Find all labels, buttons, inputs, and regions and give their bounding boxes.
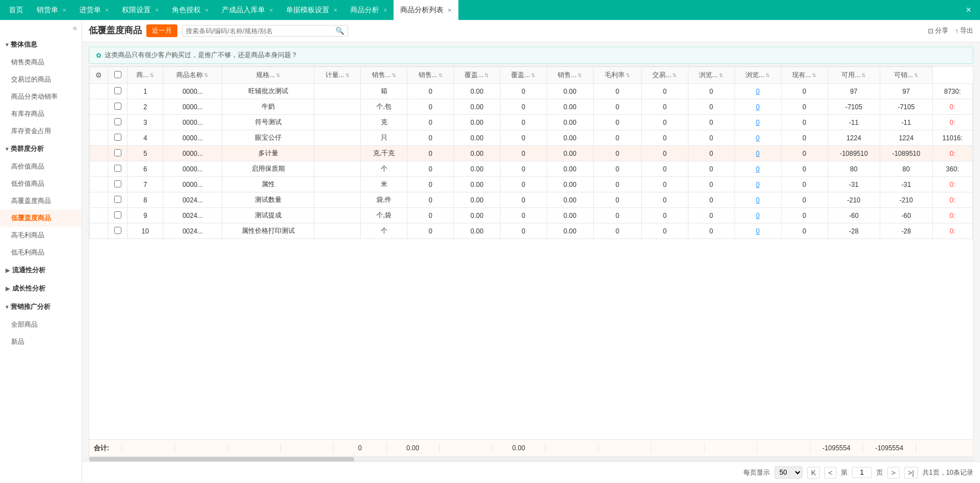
col-header-browse2[interactable]: 浏览...⇅ bbox=[734, 67, 781, 84]
col-header-gross-margin[interactable]: 毛利率⇅ bbox=[593, 67, 641, 84]
nav-goods-analysis-list-close[interactable]: × bbox=[448, 7, 451, 13]
nav-role[interactable]: 角色授权 × bbox=[165, 0, 215, 20]
sidebar-collapse-btn[interactable]: « bbox=[0, 20, 81, 35]
gear-icon[interactable]: ⚙ bbox=[95, 71, 102, 79]
first-page-btn[interactable]: K bbox=[807, 467, 820, 479]
search-input[interactable] bbox=[186, 27, 335, 35]
browse-link[interactable]: 0 bbox=[756, 212, 760, 220]
sidebar-item-traded-goods[interactable]: 交易过的商品 bbox=[0, 71, 81, 88]
browse-link[interactable]: 0 bbox=[756, 227, 760, 235]
nav-permission-close[interactable]: × bbox=[155, 7, 159, 13]
sidebar-item-capital-occupied[interactable]: 库存资金占用 bbox=[0, 123, 81, 140]
table-cell[interactable]: 0 bbox=[734, 223, 781, 239]
browse-link[interactable]: 0 bbox=[756, 119, 760, 126]
sidebar-item-new-goods[interactable]: 新品 bbox=[0, 333, 81, 350]
table-cell[interactable]: 0 bbox=[734, 208, 781, 223]
row-checkbox[interactable] bbox=[114, 165, 121, 172]
row-checkbox[interactable] bbox=[114, 180, 121, 187]
nav-sales-close[interactable]: × bbox=[63, 7, 66, 13]
sidebar-item-high-margin[interactable]: 高毛利商品 bbox=[0, 227, 81, 244]
export-button[interactable]: ↑ 导出 bbox=[955, 26, 973, 35]
col-header-sales-qty[interactable]: 销售...⇅ bbox=[361, 67, 407, 84]
col-header-unit[interactable]: 计量...⇅ bbox=[314, 67, 361, 84]
horizontal-scrollbar[interactable] bbox=[89, 457, 973, 461]
sidebar-item-low-value[interactable]: 低价值商品 bbox=[0, 175, 81, 192]
col-header-sales3[interactable]: 销售...⇅ bbox=[547, 67, 593, 84]
col-header-browse1[interactable]: 浏览...⇅ bbox=[688, 67, 734, 84]
share-button[interactable]: ⊡ 分享 bbox=[928, 26, 948, 35]
col-header-name[interactable]: 商品名称⇅ bbox=[163, 67, 222, 84]
select-all-checkbox[interactable] bbox=[114, 71, 121, 78]
last-page-btn[interactable]: >| bbox=[904, 467, 918, 479]
browse-link[interactable]: 0 bbox=[756, 196, 760, 204]
nav-role-close[interactable]: × bbox=[205, 7, 208, 13]
table-cell[interactable]: 0 bbox=[734, 84, 781, 99]
nav-template-close[interactable]: × bbox=[334, 7, 337, 13]
row-checkbox[interactable] bbox=[114, 211, 121, 218]
row-checkbox[interactable] bbox=[114, 103, 121, 110]
nav-finished-goods-close[interactable]: × bbox=[269, 7, 273, 13]
row-checkbox[interactable] bbox=[114, 227, 121, 234]
per-page-select[interactable]: 50 100 200 bbox=[774, 466, 803, 479]
sidebar-item-high-value[interactable]: 高价值商品 bbox=[0, 158, 81, 175]
col-header-sales-amt[interactable]: 销售...⇅ bbox=[407, 67, 454, 84]
table-cell[interactable]: 0 bbox=[734, 146, 781, 161]
browse-link[interactable]: 0 bbox=[756, 134, 760, 142]
col-header-current-stock[interactable]: 现有...⇅ bbox=[781, 67, 828, 84]
sidebar-item-low-margin[interactable]: 低毛利商品 bbox=[0, 244, 81, 261]
nav-goods-analysis-close[interactable]: × bbox=[384, 7, 387, 13]
nav-finished-goods[interactable]: 产成品入库单 × bbox=[215, 0, 279, 20]
browse-link[interactable]: 0 bbox=[756, 103, 760, 111]
nav-home[interactable]: 首页 bbox=[2, 0, 30, 20]
browse-link[interactable]: 0 bbox=[756, 150, 760, 157]
nav-purchase-close[interactable]: × bbox=[105, 7, 109, 13]
browse-link[interactable]: 0 bbox=[756, 165, 760, 173]
sidebar-flow-header[interactable]: ▶ 流通性分析 bbox=[0, 261, 81, 279]
page-number-input[interactable] bbox=[852, 467, 872, 478]
scroll-thumb[interactable] bbox=[89, 457, 354, 461]
row-checkbox[interactable] bbox=[114, 87, 121, 94]
nav-goods-analysis[interactable]: 商品分析 × bbox=[344, 0, 394, 20]
sidebar-marketing-header[interactable]: ▾ 营销推广分析 bbox=[0, 298, 81, 316]
nav-template[interactable]: 单据模板设置 × bbox=[279, 0, 344, 20]
prev-page-btn[interactable]: < bbox=[824, 467, 836, 479]
col-header-spec[interactable]: 规格...⇅ bbox=[222, 67, 314, 84]
nav-goods-analysis-list[interactable]: 商品分析列表 × bbox=[394, 0, 458, 20]
sidebar-item-low-coverage[interactable]: 低覆盖度商品 bbox=[0, 210, 81, 227]
sidebar-overall-header[interactable]: ▾ 整体信息 bbox=[0, 35, 81, 54]
col-header-saleable[interactable]: 可销...⇅ bbox=[880, 67, 933, 84]
table-cell[interactable]: 0 bbox=[734, 192, 781, 208]
sidebar-item-high-coverage[interactable]: 高覆盖度商品 bbox=[0, 192, 81, 210]
nav-permission[interactable]: 权限设置 × bbox=[115, 0, 165, 20]
nav-purchase[interactable]: 进货单 × bbox=[73, 0, 115, 20]
row-checkbox[interactable] bbox=[114, 149, 121, 156]
col-header-available-stock[interactable]: 可用...⇅ bbox=[828, 67, 880, 84]
row-checkbox[interactable] bbox=[114, 196, 121, 203]
col-header-coverage1[interactable]: 覆盖...⇅ bbox=[453, 67, 500, 84]
sidebar-item-sales-goods[interactable]: 销售类商品 bbox=[0, 54, 81, 71]
browse-link[interactable]: 0 bbox=[756, 181, 760, 189]
table-cell[interactable]: 0 bbox=[734, 99, 781, 115]
row-checkbox[interactable] bbox=[114, 134, 121, 141]
col-header-code[interactable]: 商...⇅ bbox=[127, 67, 164, 84]
sidebar-item-stocked-goods[interactable]: 有库存商品 bbox=[0, 105, 81, 123]
close-all-tabs[interactable]: × bbox=[959, 5, 978, 15]
row-checkbox[interactable] bbox=[114, 118, 121, 125]
table-cell[interactable]: 0 bbox=[734, 161, 781, 177]
col-header-check[interactable] bbox=[108, 67, 127, 84]
nav-sales[interactable]: 销货单 × bbox=[30, 0, 73, 20]
time-filter-button[interactable]: 近一月 bbox=[146, 24, 177, 37]
sidebar-growth-header[interactable]: ▶ 成长性分析 bbox=[0, 279, 81, 298]
search-icon[interactable]: 🔍 bbox=[335, 27, 344, 35]
next-page-btn[interactable]: > bbox=[887, 467, 900, 479]
col-header-gear[interactable]: ⚙ bbox=[90, 67, 108, 84]
col-header-coverage2[interactable]: 覆盖...⇅ bbox=[500, 67, 547, 84]
browse-link[interactable]: 0 bbox=[756, 88, 760, 95]
table-cell[interactable]: 0 bbox=[734, 177, 781, 192]
sidebar-item-category-sales-rate[interactable]: 商品分类动销率 bbox=[0, 88, 81, 105]
sidebar-coverage-header[interactable]: ▾ 类群度分析 bbox=[0, 140, 81, 158]
table-cell[interactable]: 0 bbox=[734, 130, 781, 146]
table-cell[interactable]: 0 bbox=[734, 115, 781, 130]
col-header-trade[interactable]: 交易...⇅ bbox=[641, 67, 688, 84]
sidebar-item-all-goods[interactable]: 全部商品 bbox=[0, 316, 81, 333]
